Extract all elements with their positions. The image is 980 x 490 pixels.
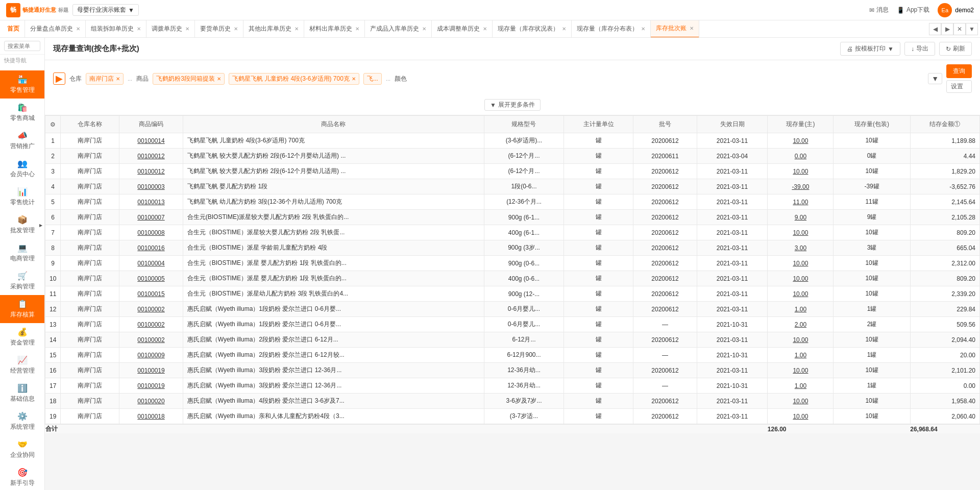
close-icon[interactable]: ✕ (352, 76, 356, 82)
row-stock-main[interactable]: 10.00 (768, 409, 834, 425)
row-code[interactable]: 00100012 (119, 164, 183, 179)
sidebar-item-inventory[interactable]: 📋 库存核算 (0, 295, 44, 323)
row-stock-main[interactable]: 10.00 (768, 286, 834, 302)
close-icon[interactable]: ✕ (355, 26, 359, 32)
sidebar-item-retail[interactable]: 🏪 零售管理 ▶ (0, 70, 44, 99)
row-code[interactable]: 00100003 (119, 179, 183, 194)
tab-prev-button[interactable]: ◀ (929, 23, 941, 35)
row-stock-main[interactable]: 0.00 (768, 149, 834, 164)
search-input[interactable] (4, 41, 40, 51)
row-code[interactable]: 00100013 (119, 194, 183, 210)
row-stock-main[interactable]: 10.00 (768, 256, 834, 271)
close-icon[interactable]: ✕ (562, 26, 566, 32)
org-selector[interactable]: 母婴行业演示账套 ▼ (72, 4, 139, 16)
close-icon[interactable]: ✕ (641, 26, 645, 32)
row-stock-main[interactable]: 1.00 (768, 302, 834, 317)
row-stock-main[interactable]: 9.00 (768, 210, 834, 225)
row-stock-main[interactable]: 10.00 (768, 225, 834, 240)
sidebar-item-member[interactable]: 👥 会员中心 (0, 155, 44, 183)
row-stock-main[interactable]: -39.00 (768, 179, 834, 194)
expand-more-button[interactable]: ▼ 展开更多条件 (484, 99, 541, 111)
tab-yao-huo[interactable]: 要货单历史 ✕ (195, 20, 243, 38)
row-code[interactable]: 00100002 (119, 317, 183, 332)
tab-cheng-ben-tiao-zheng[interactable]: 成本调整单历史 ✕ (432, 20, 493, 38)
sidebar-item-system[interactable]: ⚙️ 系统管理 (0, 407, 44, 435)
tab-xian-cun-liang-fen-bu[interactable]: 现存量（库存分布表） ✕ (572, 20, 651, 38)
close-icon[interactable]: ✕ (217, 76, 221, 82)
row-batch: — (633, 348, 697, 363)
tab-ku-cun-pi-ci[interactable]: 库存批次账 ✕ (651, 20, 699, 38)
close-icon[interactable]: ✕ (295, 26, 299, 32)
row-code[interactable]: 00100019 (119, 378, 183, 394)
row-stock-main[interactable]: 10.00 (768, 164, 834, 179)
tab-xian-cun-liang-ku-zhuang[interactable]: 现存量（库存状况表） ✕ (493, 20, 572, 38)
sidebar-item-wholesale[interactable]: 📦 批发管理 ▶ (0, 211, 44, 239)
tab-cai-liao-chu-ku[interactable]: 材料出库单历史 ✕ (304, 20, 365, 38)
row-code[interactable]: 00100015 (119, 286, 183, 302)
row-code[interactable]: 00100016 (119, 240, 183, 256)
row-code[interactable]: 00100002 (119, 302, 183, 317)
tab-home[interactable]: 首页 (2, 20, 25, 38)
sidebar-item-operations[interactable]: 📈 经营管理 (0, 351, 44, 379)
row-stock-pkg: 10罐 (834, 286, 910, 302)
sidebar-item-mall[interactable]: 🛍️ 零售商城 (0, 99, 44, 127)
tab-next-button[interactable]: ▶ (941, 23, 953, 35)
tab-close-button[interactable]: ✕ (953, 23, 966, 35)
tab-zu-zhuang[interactable]: 组装拆卸单历史 ✕ (86, 20, 146, 38)
row-code[interactable]: 00100008 (119, 225, 183, 240)
row-code[interactable]: 00100014 (119, 133, 183, 149)
sidebar-item-ecommerce[interactable]: 💻 电商管理 (0, 239, 44, 267)
export-button[interactable]: ↓ 导出 (904, 42, 935, 56)
close-icon[interactable]: ✕ (76, 26, 80, 32)
row-code[interactable]: 00100002 (119, 332, 183, 348)
user-area[interactable]: Ea demo2 (938, 3, 974, 17)
row-stock-main[interactable]: 2.00 (768, 317, 834, 332)
tab-fen-liang[interactable]: 分量盘点单历史 ✕ (25, 20, 86, 38)
row-code[interactable]: 00100007 (119, 210, 183, 225)
close-icon[interactable]: ✕ (116, 76, 120, 82)
row-code[interactable]: 00100012 (119, 149, 183, 164)
close-icon[interactable]: ✕ (137, 26, 141, 32)
refresh-button[interactable]: ↻ 刷新 (939, 42, 972, 56)
expand-toggle[interactable]: ▶ (53, 72, 65, 85)
row-code[interactable]: 00100009 (119, 348, 183, 363)
close-icon[interactable]: ✕ (422, 26, 426, 32)
sidebar-item-purchase[interactable]: 🛒 采购管理 (0, 267, 44, 295)
row-stock-main[interactable]: 10.00 (768, 363, 834, 378)
close-icon[interactable]: ✕ (483, 26, 487, 32)
row-stock-main[interactable]: 11.00 (768, 194, 834, 210)
sidebar-item-retail-stats[interactable]: 📊 零售统计 (0, 183, 44, 211)
row-stock-main[interactable]: 1.00 (768, 378, 834, 394)
color-dropdown-icon[interactable]: ▼ (928, 73, 942, 84)
sidebar-item-basic-info[interactable]: ℹ️ 基础信息 (0, 379, 44, 407)
more-warehouses[interactable]: ... (128, 76, 132, 82)
sidebar-item-marketing[interactable]: 📣 营销推广 (0, 127, 44, 155)
sidebar-item-finance[interactable]: 💰 资金管理 (0, 323, 44, 351)
app-download-button[interactable]: 📱 App下载 (897, 6, 929, 14)
row-stock-main[interactable]: 1.00 (768, 348, 834, 363)
row-code[interactable]: 00100020 (119, 394, 183, 409)
print-button[interactable]: 🖨 按模板打印 ▼ (840, 42, 900, 56)
settings-button[interactable]: 设置 (946, 80, 972, 93)
tab-diao-bo[interactable]: 调拨单历史 ✕ (146, 20, 195, 38)
query-button[interactable]: 查询 (946, 64, 972, 78)
tab-menu-button[interactable]: ▼ (966, 23, 978, 35)
close-icon[interactable]: ✕ (234, 26, 238, 32)
tab-chan-cheng-pin[interactable]: 产成品入库单历史 ✕ (365, 20, 432, 38)
close-icon[interactable]: ✕ (185, 26, 189, 32)
sidebar-item-collab[interactable]: 🤝 企业协同 (0, 435, 44, 463)
row-code[interactable]: 00100018 (119, 409, 183, 425)
row-code[interactable]: 00100005 (119, 271, 183, 286)
row-stock-main[interactable]: 10.00 (768, 133, 834, 149)
row-stock-main[interactable]: 3.00 (768, 240, 834, 256)
sidebar-item-guide[interactable]: 🎯 新手引导 (0, 463, 44, 490)
row-stock-main[interactable]: 10.00 (768, 271, 834, 286)
row-code[interactable]: 00100004 (119, 256, 183, 271)
close-icon[interactable]: ✕ (690, 26, 694, 31)
message-button[interactable]: ✉ 消息 (869, 6, 889, 14)
row-code[interactable]: 00100019 (119, 363, 183, 378)
row-stock-main[interactable]: 10.00 (768, 332, 834, 348)
tab-qi-ta-chu-ku[interactable]: 其他出库单历史 ✕ (243, 20, 304, 38)
more-goods[interactable]: ... (386, 76, 390, 82)
row-stock-main[interactable]: 10.00 (768, 394, 834, 409)
